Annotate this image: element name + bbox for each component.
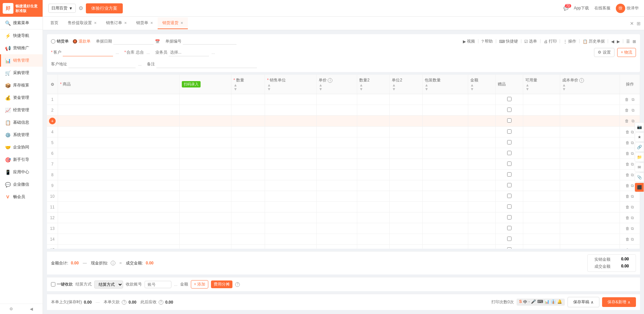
topbar-gear-icon[interactable]: ⚙ <box>78 5 83 11</box>
product-cell[interactable] <box>58 245 180 249</box>
tab-close-icon[interactable]: ✕ <box>124 21 127 25</box>
close-tab-icon[interactable]: ✕ <box>629 20 635 27</box>
order-no-input[interactable]: SA-20230320-001 <box>183 38 236 45</box>
expand-tabs-icon[interactable]: ⊞ <box>636 20 641 27</box>
calculation-select[interactable]: 结算方式 <box>94 280 123 289</box>
sidebar-item-shortcut[interactable]: ⚡ 快捷导航 <box>0 29 43 42</box>
unit2-cell[interactable] <box>390 94 422 105</box>
sidebar-settings-btn[interactable]: ⚙ <box>3 307 20 311</box>
delete-icon[interactable]: 🗑 <box>626 205 630 209</box>
remark-input[interactable] <box>156 60 257 68</box>
sidebar-item-sales[interactable]: 📊 销售管理 <box>0 54 43 67</box>
radio-return[interactable]: 退款单 <box>73 39 91 44</box>
sidebar-item-wechat[interactable]: 💬 企业微信 <box>0 178 43 191</box>
customer-input[interactable] <box>63 49 113 56</box>
gift-checkbox[interactable] <box>507 140 512 144</box>
radio-return-input[interactable] <box>73 39 77 44</box>
quantity-cell[interactable] <box>231 116 265 127</box>
float-link-btn[interactable]: 🔗 <box>635 142 644 152</box>
product-cell[interactable] <box>58 180 180 191</box>
gift-checkbox[interactable] <box>507 108 512 112</box>
copy-icon[interactable]: ⧉ <box>631 130 634 134</box>
add-payment-btn[interactable]: + 添加 <box>191 280 208 289</box>
float-star-btn[interactable]: ★ <box>635 132 644 142</box>
product-cell[interactable] <box>58 170 180 180</box>
qty2-cell[interactable] <box>357 94 390 105</box>
address-input[interactable] <box>68 60 136 68</box>
float-photo-btn[interactable]: 📷 <box>635 122 644 132</box>
sidebar-item-inventory[interactable]: 📦 库存核算 <box>0 79 43 91</box>
tab-sales-order[interactable]: 销售订单 ✕ <box>101 17 131 29</box>
delete-icon[interactable]: 🗑 <box>625 97 629 102</box>
one-click-payment-checkbox[interactable] <box>51 282 55 287</box>
sidebar-item-marketing[interactable]: 📢 营销推广 <box>0 42 43 54</box>
tab-close-icon[interactable]: ✕ <box>150 21 153 25</box>
online-service-link[interactable]: 在线客服 <box>594 5 610 11</box>
pack-qty-cell[interactable] <box>422 94 468 105</box>
gear-icon[interactable]: ⚙ <box>51 82 54 87</box>
copy-icon[interactable]: ⧉ <box>632 119 635 123</box>
delete-icon[interactable]: 🗑 <box>626 151 630 156</box>
tab-close-icon[interactable]: ✕ <box>94 21 97 25</box>
delete-icon[interactable]: 🗑 <box>626 237 630 242</box>
payment-help-icon[interactable]: ? <box>235 282 240 287</box>
copy-icon[interactable]: ⧉ <box>631 183 634 188</box>
gift-checkbox[interactable] <box>507 118 512 123</box>
sidebar-item-search[interactable]: 🔍 搜索菜单 <box>0 17 43 29</box>
unit-cell[interactable] <box>265 94 317 105</box>
sidebar-item-vip[interactable]: V 畅会员 <box>0 191 43 203</box>
copy-icon[interactable]: ⧉ <box>632 97 635 102</box>
copy-icon[interactable]: ⧉ <box>631 162 634 167</box>
product-cell[interactable] <box>58 127 180 137</box>
qty2-cell[interactable] <box>357 105 390 116</box>
gift-checkbox[interactable] <box>507 97 512 101</box>
radio-delivery-input[interactable] <box>51 39 55 44</box>
sidebar-item-apps[interactable]: 📱 应用中心 <box>0 166 43 178</box>
owe-help-icon[interactable]: ? <box>122 300 126 305</box>
tab-home[interactable]: 首页 <box>46 17 63 29</box>
sidebar-item-system[interactable]: ⚙️ 系统管理 <box>0 129 43 141</box>
copy-icon[interactable]: ⧉ <box>631 205 634 209</box>
shortcut-btn[interactable]: ⌨ 快捷键 <box>499 39 518 44</box>
price-cell[interactable] <box>316 105 357 116</box>
tab-sales-return[interactable]: 销货退货 ✕ <box>158 17 188 29</box>
nav-next-btn[interactable]: ▶ <box>617 39 620 44</box>
receive-help-icon[interactable]: ? <box>159 300 163 305</box>
delete-icon[interactable]: 🗑 <box>626 215 630 220</box>
amount-cell[interactable] <box>468 94 495 105</box>
unit-cell[interactable] <box>265 116 317 127</box>
discount-info-icon[interactable]: i <box>111 261 115 265</box>
gift-checkbox[interactable] <box>507 129 512 134</box>
address-dots-btn[interactable]: ... <box>138 62 142 67</box>
product-cell[interactable] <box>58 202 180 212</box>
message-badge[interactable]: 💬 70 <box>564 6 569 11</box>
save-draft-btn[interactable]: 保存草稿 ∧ <box>568 297 599 307</box>
split-cost-btn[interactable]: 费用分摊 <box>211 280 232 288</box>
history-btn[interactable]: 📋 历史单据 <box>583 39 605 44</box>
operations-btn[interactable]: ⋮ 操作 <box>563 39 576 44</box>
product-input[interactable] <box>60 119 177 123</box>
pack-qty-cell[interactable] <box>422 116 468 127</box>
sidebar-item-finance[interactable]: 💰 资金管理 <box>0 91 43 104</box>
delete-icon[interactable]: 🗑 <box>626 183 630 188</box>
calendar-icon[interactable]: 📅 <box>155 39 160 44</box>
industry-select[interactable]: 日用百货 ▼ <box>48 4 76 13</box>
view-grid-btn[interactable]: ⊞ <box>633 39 636 44</box>
product-cell[interactable] <box>58 116 180 127</box>
product-cell[interactable] <box>58 148 180 159</box>
delete-icon[interactable]: 🗑 <box>626 173 630 177</box>
tab-price-setting[interactable]: 售价提取设置 ✕ <box>63 17 101 29</box>
gift-checkbox[interactable] <box>507 183 512 187</box>
app-download-link[interactable]: App下载 <box>574 5 589 11</box>
salesperson-input[interactable] <box>169 49 209 56</box>
view-list-btn[interactable]: ☰ <box>626 39 630 44</box>
sidebar-item-basic[interactable]: 📋 基础信息 <box>0 116 43 129</box>
price-info-icon[interactable]: i <box>328 78 332 83</box>
copy-icon[interactable]: ⧉ <box>631 140 634 145</box>
scan-btn[interactable]: 扫码录入 <box>182 81 201 87</box>
date-input[interactable]: 2023-03-20 <box>113 38 154 45</box>
amount-cell[interactable] <box>468 105 495 116</box>
float-attachment-btn[interactable]: 📎 <box>635 173 644 182</box>
help-btn[interactable]: ? 帮助 <box>481 39 493 44</box>
customer-dots-btn[interactable]: ... <box>116 50 119 55</box>
